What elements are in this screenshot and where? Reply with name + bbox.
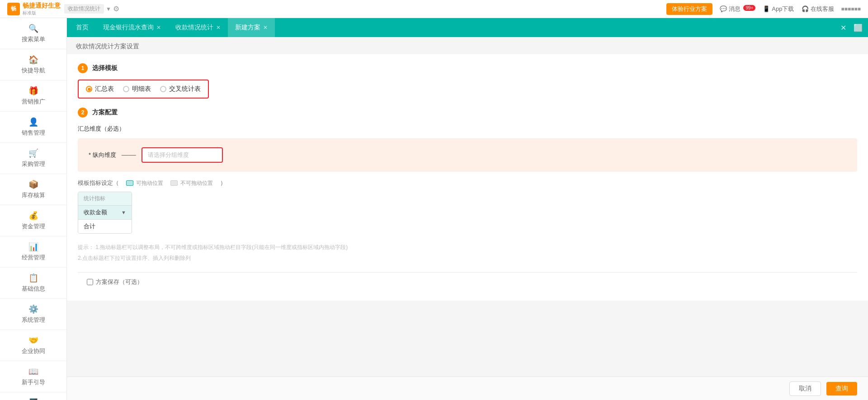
radio-detail[interactable]: 明细表 — [123, 85, 151, 93]
clipboard-icon: 📋 — [28, 273, 38, 283]
step2-title: 方案配置 — [92, 108, 118, 117]
radio-cross-label: 交叉统计表 — [169, 85, 201, 93]
box-icon: 📦 — [28, 179, 38, 189]
step1-section: 1 选择模板 汇总表 明细表 — [78, 63, 857, 99]
home-icon: 🏠 — [28, 55, 38, 65]
sidebar-item-label: 快捷导航 — [22, 66, 45, 75]
message-label: 消息 — [729, 5, 741, 13]
tab-newplan[interactable]: 新建方案 ✕ — [228, 18, 275, 37]
sidebar-item-nav[interactable]: 🏠 快捷导航 — [0, 49, 66, 80]
metrics-total-row: 合计 — [78, 220, 132, 233]
sidebar-item-label: 系统管理 — [22, 316, 45, 324]
maximize-window-icon[interactable]: ⬜ — [852, 22, 864, 34]
radio-summary-label: 汇总表 — [95, 85, 114, 93]
gift-icon: 🎁 — [28, 86, 38, 96]
breadcrumb-area: 收款情况统计 ▼ ⚙ — [64, 4, 119, 14]
radio-cross[interactable]: 交叉统计表 — [160, 85, 201, 93]
query-button[interactable]: 查询 — [826, 382, 857, 395]
cart-icon: 🛒 — [28, 148, 38, 158]
save-checkbox[interactable] — [87, 279, 93, 285]
metrics-col-receipt[interactable]: 收款金额 ▼ — [78, 206, 132, 220]
top-header: 畅 畅捷通好生意 标准版 收款情况统计 ▼ ⚙ 体验行业方案 💬 消息 99+ … — [0, 0, 868, 18]
tab-home-label: 首页 — [76, 24, 89, 32]
download-action[interactable]: 📱 App下载 — [763, 5, 794, 13]
dimension-select[interactable]: 请选择分组维度 — [142, 147, 223, 163]
step2-header: 2 方案配置 — [78, 108, 857, 118]
footer-bar: 取消 查询 — [67, 376, 868, 400]
book-icon: 📖 — [28, 367, 38, 376]
tab-receipt[interactable]: 收款情况统计 ✕ — [168, 18, 228, 37]
message-badge: 99+ — [743, 5, 755, 11]
tab-cashflow-close[interactable]: ✕ — [156, 24, 161, 31]
sidebar-item-label: 采购管理 — [22, 160, 45, 168]
tab-bar: 首页 现金银行流水查询 ✕ 收款情况统计 ✕ 新建方案 ✕ ✕ ⬜ — [67, 18, 868, 37]
sidebar-item-label: 基础信息 — [22, 285, 45, 293]
sidebar-item-sales[interactable]: 👤 销售管理 — [0, 112, 66, 143]
metrics-section: 模板指标设定（ 可拖动位置 不可拖动位置 ） — [78, 179, 857, 234]
step1-header: 1 选择模板 — [78, 63, 857, 73]
step1-badge: 1 — [78, 63, 88, 73]
person-icon: 👤 — [28, 117, 38, 127]
sidebar-item-newbie[interactable]: 📖 新手引导 — [0, 361, 66, 392]
tab-home[interactable]: 首页 — [67, 18, 96, 37]
page-title-bar: 收款情况统计方案设置 — [67, 37, 868, 54]
monitor-icon: 🖥️ — [28, 398, 38, 400]
tab-bar-right: ✕ ⬜ — [839, 22, 868, 34]
logo-sub: 标准版 — [23, 10, 61, 16]
gear-icon: ⚙️ — [28, 304, 38, 314]
legend-fixed: 不可拖动位置 — [170, 179, 213, 187]
search-icon: 🔍 — [28, 24, 38, 33]
tab-receipt-close[interactable]: ✕ — [216, 24, 221, 31]
sidebar-item-management[interactable]: 📊 经营管理 — [0, 236, 66, 268]
template-select-box: 汇总表 明细表 交叉统计表 — [78, 80, 209, 99]
sidebar-item-label: 企业协同 — [22, 347, 45, 355]
chevron-down-icon[interactable]: ▼ — [121, 210, 126, 215]
page-title: 收款情况统计方案设置 — [76, 42, 139, 50]
sidebar-item-purchase[interactable]: 🛒 采购管理 — [0, 143, 66, 174]
dimension-area: * 纵向维度 —— 请选择分组维度 — [78, 138, 857, 172]
settings-icon[interactable]: ⚙ — [113, 5, 119, 13]
tab-newplan-close[interactable]: ✕ — [263, 24, 268, 31]
step2-section: 2 方案配置 汇总维度（必选） * 纵向维度 —— — [78, 108, 857, 263]
save-section: 方案保存（可选） — [78, 272, 857, 292]
metrics-column-stats: 统计指标 收款金额 ▼ 合计 — [78, 192, 132, 234]
sidebar-item-label: 资金管理 — [22, 222, 45, 231]
logo-icon: 畅 — [7, 3, 20, 15]
save-checkbox-label[interactable]: 方案保存（可选） — [87, 278, 143, 286]
sidebar-item-marketing[interactable]: 🎁 营销推广 — [0, 80, 66, 112]
sidebar-item-label: 库存核算 — [22, 191, 45, 199]
message-icon: 💬 — [720, 5, 727, 12]
service-action[interactable]: 🎧 在线客服 — [802, 5, 834, 13]
dimension-section: 汇总维度（必选） * 纵向维度 —— 请选择分组维度 — [78, 125, 857, 172]
logo-text: 畅捷通好生意 — [23, 2, 61, 10]
cancel-button[interactable]: 取消 — [789, 381, 821, 396]
sidebar-item-enterprise[interactable]: 🤝 企业协同 — [0, 330, 66, 361]
metrics-col-header-label: 统计指标 — [84, 195, 105, 202]
money-icon: 💰 — [28, 211, 38, 221]
sidebar-item-search[interactable]: 🔍 搜索菜单 — [0, 18, 66, 49]
sidebar-item-system[interactable]: ⚙️ 系统管理 — [0, 299, 66, 330]
download-icon: 📱 — [763, 5, 770, 12]
trial-button[interactable]: 体验行业方案 — [666, 3, 712, 15]
logo: 畅 畅捷通好生意 标准版 — [7, 2, 61, 16]
chart-icon: 📊 — [28, 242, 38, 252]
tips-section: 提示： 1.拖动标题栏可以调整布局，不可跨维度或指标区域拖动栏目字段(只能在同一… — [78, 243, 857, 263]
breadcrumb: 收款情况统计 — [64, 4, 104, 14]
sidebar-item-finance[interactable]: 💰 资金管理 — [0, 205, 66, 236]
tab-receipt-label: 收款情况统计 — [175, 24, 213, 32]
sidebar-item-hardware[interactable]: 🖥️ 智能硬件 — [0, 392, 66, 400]
radio-summary-dot — [86, 86, 92, 92]
user-info: ■■■■■■ — [841, 6, 861, 12]
message-action[interactable]: 💬 消息 99+ — [720, 5, 755, 13]
legend-draggable-label: 可拖动位置 — [136, 179, 163, 187]
sidebar-item-basic[interactable]: 📋 基础信息 — [0, 268, 66, 299]
arrow-icon: —— — [122, 151, 136, 159]
sidebar-item-label: 经营管理 — [22, 254, 45, 262]
tab-cashflow[interactable]: 现金银行流水查询 ✕ — [96, 18, 168, 37]
radio-summary[interactable]: 汇总表 — [86, 85, 114, 93]
sidebar: 🔍 搜索菜单 🏠 快捷导航 🎁 营销推广 👤 销售管理 🛒 采购管理 📦 库存核… — [0, 18, 67, 400]
service-icon: 🎧 — [802, 5, 809, 12]
sidebar-item-inventory[interactable]: 📦 库存核算 — [0, 174, 66, 205]
close-window-icon[interactable]: ✕ — [839, 22, 848, 34]
vertical-dimension-row: * 纵向维度 —— 请选择分组维度 — [89, 147, 846, 163]
